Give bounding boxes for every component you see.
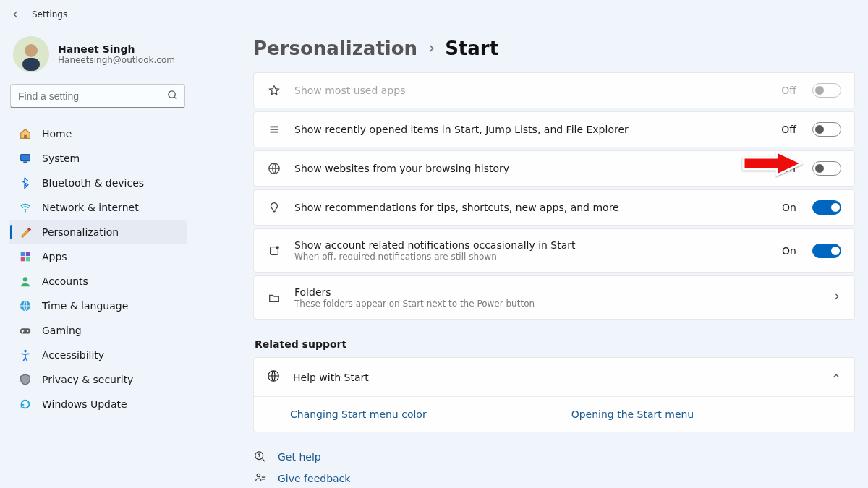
setting-title: Show recently opened items in Start, Jum…: [294, 124, 768, 135]
toggle-switch[interactable]: [812, 200, 841, 215]
toggle-switch[interactable]: [812, 244, 841, 258]
globe-icon: [267, 369, 280, 385]
network-icon: [19, 201, 32, 214]
setting-title: Show most used apps: [294, 85, 768, 96]
breadcrumb-prev[interactable]: Personalization: [253, 38, 417, 59]
get-help-link[interactable]: Get help: [278, 451, 321, 463]
search-icon: [167, 90, 178, 103]
sidebar-item-system[interactable]: System: [9, 146, 187, 171]
svg-rect-10: [26, 257, 30, 261]
toggle-state-label: On: [782, 202, 796, 213]
toggle-state-label: Off: [781, 124, 796, 135]
svg-point-14: [27, 330, 29, 332]
give-feedback-link[interactable]: Give feedback: [278, 473, 350, 484]
sidebar-nav: Home System Bluetooth & devices Network …: [9, 121, 187, 416]
svg-rect-5: [23, 162, 27, 163]
svg-point-15: [26, 330, 27, 331]
back-button[interactable]: [10, 9, 22, 20]
svg-rect-8: [26, 252, 30, 256]
sidebar-item-label: Gaming: [42, 325, 82, 336]
accounts-icon: [19, 275, 32, 288]
toggle-switch: [812, 83, 841, 98]
sidebar-item-label: Accounts: [42, 275, 88, 287]
setting-title: Folders: [294, 286, 818, 298]
toggle-switch[interactable]: [812, 122, 841, 137]
profile-name: Haneet Singh: [58, 43, 175, 55]
sidebar-item-privacy-security[interactable]: Privacy & security: [9, 367, 187, 392]
folder-icon: [267, 291, 281, 305]
link-changing-start-color[interactable]: Changing Start menu color: [290, 408, 427, 420]
search-input[interactable]: [10, 84, 185, 108]
sidebar-item-accounts[interactable]: Accounts: [9, 269, 187, 294]
sidebar-item-personalization[interactable]: Personalization: [9, 220, 187, 244]
setting-title: Show recommendations for tips, shortcuts…: [294, 202, 769, 213]
help-with-start-card: Help with Start Changing Start menu colo…: [253, 357, 855, 432]
sidebar-item-label: Apps: [42, 251, 67, 262]
privacy-icon: [19, 373, 32, 386]
sidebar-item-network-internet[interactable]: Network & internet: [9, 195, 187, 220]
home-icon: [19, 127, 32, 140]
setting-row: Show most used apps Off: [253, 72, 855, 108]
sidebar-item-accessibility[interactable]: Accessibility: [9, 343, 187, 367]
personalization-icon: [19, 226, 32, 239]
setting-row[interactable]: Folders These folders appear on Start ne…: [253, 275, 855, 320]
svg-rect-7: [21, 252, 25, 256]
gaming-icon: [19, 324, 32, 337]
sidebar-item-label: Time & language: [42, 300, 128, 312]
sidebar-item-label: Accessibility: [42, 349, 104, 361]
system-icon: [19, 152, 32, 165]
sidebar-item-label: Windows Update: [42, 398, 127, 410]
time-language-icon: [19, 299, 32, 312]
setting-row: Show websites from your browsing history…: [253, 150, 855, 187]
update-icon: [19, 398, 32, 411]
sidebar-item-home[interactable]: Home: [9, 121, 187, 146]
svg-point-6: [25, 210, 26, 212]
svg-rect-2: [22, 58, 40, 71]
sidebar-item-gaming[interactable]: Gaming: [9, 318, 187, 343]
link-opening-start-menu[interactable]: Opening the Start menu: [571, 408, 694, 420]
bulb-icon: [267, 200, 281, 215]
setting-row: Show recommendations for tips, shortcuts…: [253, 189, 855, 226]
svg-point-22: [257, 474, 260, 477]
sidebar-item-label: System: [42, 153, 80, 164]
star-icon: [267, 83, 281, 98]
setting-row: Show account related notifications occas…: [253, 228, 855, 273]
profile-block[interactable]: Haneet Singh Haneetsingh@outlook.com: [9, 33, 187, 84]
accessibility-icon: [19, 348, 32, 361]
sidebar-item-label: Network & internet: [42, 202, 139, 213]
help-with-start-title: Help with Start: [293, 372, 818, 383]
app-title: Settings: [32, 9, 67, 20]
sidebar-item-apps[interactable]: Apps: [9, 244, 187, 269]
svg-rect-4: [21, 155, 30, 161]
square-badge-icon: [267, 244, 281, 258]
chevron-right-icon: [426, 41, 436, 56]
svg-point-1: [25, 44, 38, 57]
setting-title: Show websites from your browsing history: [294, 163, 768, 174]
chevron-right-icon: [831, 291, 841, 304]
sidebar-item-label: Privacy & security: [42, 374, 133, 385]
avatar: [13, 36, 49, 72]
setting-subtitle: When off, required notifications are sti…: [294, 252, 769, 262]
svg-point-11: [23, 277, 27, 281]
toggle-switch[interactable]: [812, 161, 841, 176]
setting-row: Show recently opened items in Start, Jum…: [253, 111, 855, 147]
list-icon: [267, 122, 281, 137]
sidebar-item-bluetooth-devices[interactable]: Bluetooth & devices: [9, 171, 187, 195]
sidebar-item-time-language[interactable]: Time & language: [9, 294, 187, 318]
toggle-state-label: On: [782, 245, 796, 257]
apps-icon: [19, 250, 32, 263]
svg-point-19: [276, 246, 279, 249]
sidebar-item-windows-update[interactable]: Windows Update: [9, 392, 187, 416]
profile-email: Haneetsingh@outlook.com: [58, 55, 175, 65]
sidebar-item-label: Personalization: [42, 226, 119, 238]
globe-icon: [267, 161, 281, 176]
toggle-state-label: Off: [781, 163, 796, 174]
bluetooth-icon: [19, 176, 32, 189]
breadcrumb-current: Start: [445, 38, 498, 59]
chevron-up-icon[interactable]: [831, 371, 841, 383]
breadcrumb: Personalization Start: [253, 38, 855, 59]
feedback-icon: [253, 471, 268, 486]
svg-point-16: [24, 350, 27, 353]
svg-rect-9: [21, 257, 25, 261]
setting-title: Show account related notifications occas…: [294, 239, 769, 251]
